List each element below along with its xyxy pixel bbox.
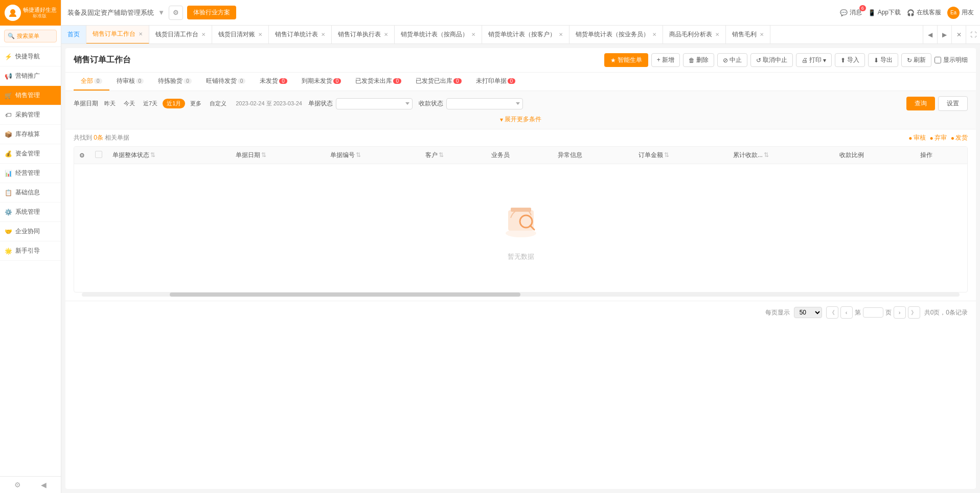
next-page-button[interactable]: › [894,306,906,319]
sidebar-item-system[interactable]: ⚙️ 系统管理 [0,203,61,222]
tab-cash-daily[interactable]: 钱货日清工作台 ✕ [149,26,212,44]
cancel-stop-button[interactable]: ↺ 取消中止 [750,53,793,67]
tab-scroll-left-button[interactable]: ◀ [923,26,937,44]
sort-status-icon[interactable]: ⇅ [150,151,155,159]
prev-page-button[interactable]: ‹ [840,306,853,319]
ship-action-link[interactable]: ● 发货 [951,133,968,142]
sort-payment-icon[interactable]: ⇅ [764,151,769,159]
last-page-button[interactable]: 》 [908,306,920,319]
page-number-input[interactable]: 1 [863,307,883,318]
sidebar-item-operations[interactable]: 📊 经营管理 [0,164,61,183]
sub-tab-pending-review[interactable]: 待审核0 [109,73,151,91]
show-detail-label[interactable]: 显示明细 [935,56,968,64]
tab-sales-order-stats[interactable]: 销售订单统计表 ✕ [269,26,332,44]
shortcut-custom[interactable]: 自定义 [207,99,230,108]
industry-solution-button[interactable]: 体验行业方案 [187,6,236,19]
sub-tab-wangpu-pending[interactable]: 旺铺待发货0 [199,73,253,91]
sidebar-collapse-button[interactable]: ◀ [41,481,47,489]
import-button[interactable]: ⬆ 导入 [835,53,865,67]
tab-close-button[interactable]: ✕ [201,32,206,37]
app-download-button[interactable]: 📱 App下载 [868,8,901,17]
tab-sales-stats-product[interactable]: 销货单统计表（按商品） ✕ [395,26,482,44]
sidebar-item-sales[interactable]: 🛒 销售管理 [0,86,61,105]
print-button[interactable]: 🖨 打印 ▾ [796,53,832,67]
tab-sales-stats-staff[interactable]: 销货单统计表（按业务员） ✕ [569,26,663,44]
marketing-icon: 📢 [4,72,12,80]
first-page-button[interactable]: 《 [826,306,838,319]
payment-select[interactable] [446,98,523,109]
expand-filter-button[interactable]: ▾ 展开更多条件 [500,115,541,124]
system-dropdown-button[interactable]: ▼ [158,9,165,16]
topbar-settings-button[interactable]: ⚙ [169,6,183,20]
tab-close-button[interactable]: ✕ [760,32,764,37]
tab-sales-profit[interactable]: 销售毛利 ✕ [726,26,770,44]
review-action-link[interactable]: ● 审核 [908,133,925,142]
select-all-checkbox[interactable] [95,151,102,158]
sidebar-settings-button[interactable]: ⚙ [14,481,21,489]
search-menu-button[interactable]: 🔍 搜索菜单 [4,30,57,42]
sort-amount-icon[interactable]: ⇅ [664,151,669,159]
export-button[interactable]: ⬇ 导出 [868,53,898,67]
sub-tab-not-printed[interactable]: 未打印单据0 [469,73,523,91]
tab-maximize-button[interactable]: ⛶ [966,26,980,44]
page-size-select[interactable]: 10 20 50 100 [794,307,822,318]
sub-tab-expired-not-shipped[interactable]: 到期未发货0 [294,73,349,91]
sidebar-item-inventory[interactable]: 📦 库存核算 [0,125,61,144]
th-settings[interactable]: ⚙ [74,147,90,164]
sort-number-icon[interactable]: ⇅ [356,151,361,159]
th-checkbox[interactable] [90,147,107,164]
set-button[interactable]: 设置 [938,96,968,111]
cancel-review-action-link[interactable]: ● 弃审 [930,133,947,142]
user-menu-button[interactable]: Ea 用友 [947,7,974,19]
tab-label: 钱货日清对账 [218,30,255,39]
tab-close-button[interactable]: ✕ [139,31,143,37]
sub-tab-shipped-not-out[interactable]: 已发货未出库0 [348,73,408,91]
delete-button[interactable]: 🗑 删除 [683,53,714,67]
tab-close-all-button[interactable]: ✕ [951,26,966,44]
sort-date-icon[interactable]: ⇅ [261,151,266,159]
tab-close-button[interactable]: ✕ [652,32,656,37]
status-select[interactable] [336,98,413,109]
tab-scroll-right-button[interactable]: ▶ [937,26,951,44]
add-button[interactable]: + 新增 [651,53,680,67]
tab-product-margin[interactable]: 商品毛利分析表 ✕ [663,26,726,44]
sub-tab-not-shipped[interactable]: 未发货0 [253,73,294,91]
tab-sales-stats-customer[interactable]: 销货单统计表（按客户） ✕ [482,26,569,44]
online-service-button[interactable]: 🎧 在线客服 [907,8,941,17]
tab-cash-reconcile[interactable]: 钱货日清对账 ✕ [212,26,269,44]
shortcut-more[interactable]: 更多 [187,99,204,108]
tab-close-button[interactable]: ✕ [384,32,388,37]
sub-tab-all[interactable]: 全部0 [74,73,109,91]
sidebar-item-new-guide[interactable]: 🌟 新手引导 [0,241,61,261]
sidebar-item-purchase[interactable]: 🏷 采购管理 [0,105,61,125]
messages-button[interactable]: 💬 消息 6 [840,8,862,17]
tab-close-button[interactable]: ✕ [258,32,262,37]
sidebar-item-quick-nav[interactable]: ⚡ 快捷导航 [0,47,61,66]
smart-generate-button[interactable]: ★ 智能生单 [604,53,648,67]
tab-close-button[interactable]: ✕ [321,32,325,37]
sidebar-item-enterprise[interactable]: 🤝 企业协同 [0,222,61,241]
refresh-button[interactable]: ↻ 刷新 [901,53,931,67]
sub-tab-pending-inspect[interactable]: 待拣验货0 [151,73,199,91]
shortcut-7days[interactable]: 近7天 [140,99,161,108]
sidebar-item-marketing[interactable]: 📢 营销推广 [0,66,61,86]
tab-close-button[interactable]: ✕ [715,32,719,37]
filter-row-1: 单据日期 昨天 今天 近7天 近1月 更多 自定义 2023-02-24 至 2… [74,96,968,111]
query-button[interactable]: 查询 [906,97,935,110]
sidebar-item-basic[interactable]: 📋 基础信息 [0,183,61,203]
tab-close-button[interactable]: ✕ [559,32,563,37]
tab-sales-order-workbench[interactable]: 销售订单工作台 ✕ [86,26,149,44]
shortcut-today[interactable]: 今天 [121,99,138,108]
sort-customer-icon[interactable]: ⇅ [439,151,444,159]
shortcut-1month[interactable]: 近1月 [163,99,185,108]
tab-sales-order-execution[interactable]: 销售订单执行表 ✕ [332,26,395,44]
shortcut-yesterday[interactable]: 昨天 [101,99,119,108]
scroll-thumb[interactable] [170,293,521,297]
stop-button[interactable]: ⊘ 中止 [717,53,747,67]
tab-close-button[interactable]: ✕ [471,32,475,37]
tab-home[interactable]: 首页 [61,26,86,44]
sub-tab-shipped-out[interactable]: 已发货已出库0 [408,73,469,91]
sidebar-item-finance[interactable]: 💰 资金管理 [0,144,61,164]
horizontal-scrollbar[interactable] [82,293,960,297]
show-detail-checkbox[interactable] [935,57,941,63]
